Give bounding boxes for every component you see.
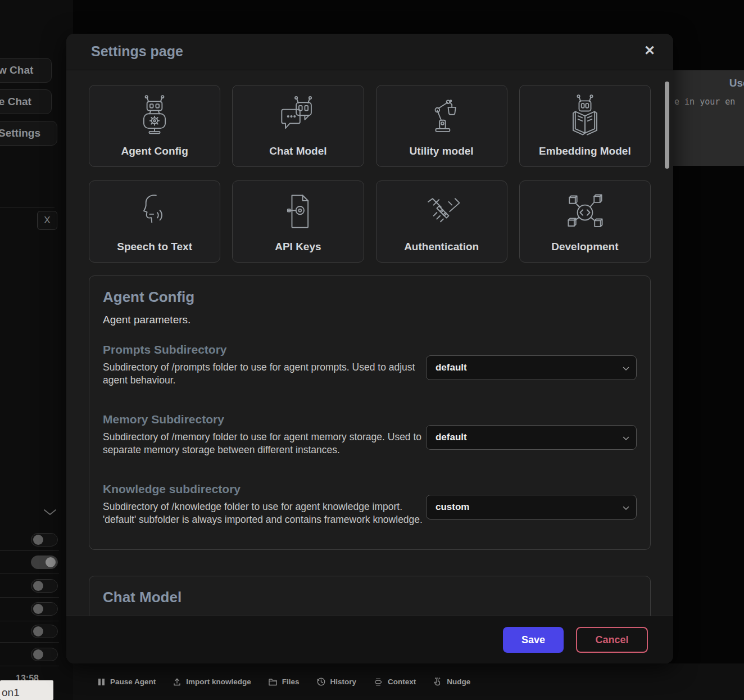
settings-cards-grid: Agent Config Chat Model <box>89 85 651 263</box>
toggle-knob <box>33 604 43 614</box>
robot-arm-icon <box>418 93 466 142</box>
card-label: Authentication <box>404 241 479 253</box>
card-label: API Keys <box>275 241 321 253</box>
robot-gear-icon <box>130 93 179 142</box>
card-label: Utility model <box>410 145 474 157</box>
sidebar-toggle-3[interactable] <box>31 579 58 593</box>
speaking-face-icon <box>130 189 179 237</box>
import-knowledge-button[interactable]: Import knowledge <box>173 678 251 687</box>
status-badge-text: on1 <box>2 687 20 699</box>
bottom-toolbar: Pause Agent Import knowledge Files Histo… <box>73 663 744 700</box>
modal-body: Agent Config Chat Model <box>66 71 673 616</box>
modal-scrollbar-thumb[interactable] <box>665 82 669 169</box>
sidebar-toggle-1[interactable] <box>31 533 58 547</box>
field-memory-subdirectory: Memory Subdirectory Subdirectory of /mem… <box>103 413 637 457</box>
field-knowledge-subdirectory: Knowledge subdirectory Subdirectory of /… <box>103 482 637 526</box>
chevron-down-icon <box>623 506 629 511</box>
sidebar-toggle-6[interactable] <box>31 648 58 661</box>
settings-modal: Settings page ✕ <box>66 34 673 663</box>
chevron-down-icon <box>623 436 629 441</box>
toolbar-label: Nudge <box>447 678 470 686</box>
field-description: Subdirectory of /prompts folder to use f… <box>103 361 426 387</box>
app-root: New Chat Save Chat Settings X <box>0 0 744 700</box>
history-button[interactable]: History <box>316 677 357 687</box>
user-message-text: e in your en <box>674 97 735 107</box>
pause-agent-button[interactable]: Pause Agent <box>97 678 156 687</box>
sidebar-toggle-5[interactable] <box>31 625 58 638</box>
history-clock-icon <box>316 677 326 687</box>
card-embedding-model[interactable]: Embedding Model <box>519 85 651 167</box>
new-chat-label: New Chat <box>0 64 33 76</box>
context-button[interactable]: Context <box>373 678 416 687</box>
folder-icon <box>268 678 278 687</box>
toolbar-label: History <box>330 678 357 686</box>
field-title: Knowledge subdirectory <box>103 482 426 496</box>
prompts-subdirectory-select[interactable]: default <box>426 355 637 380</box>
card-label: Embedding Model <box>539 145 631 157</box>
toggle-knob <box>33 535 43 545</box>
handshake-icon <box>418 189 466 237</box>
status-badge: on1 <box>0 680 53 700</box>
card-development[interactable]: Development <box>519 180 651 263</box>
chat-robot-icon <box>274 93 322 142</box>
sidebar-divider <box>0 207 55 207</box>
field-prompts-subdirectory: Prompts Subdirectory Subdirectory of /pr… <box>103 343 637 387</box>
new-chat-button[interactable]: New Chat <box>0 58 52 83</box>
modal-header: Settings page ✕ <box>66 34 673 70</box>
pointing-hand-icon <box>433 677 442 687</box>
memory-subdirectory-select[interactable]: default <box>426 425 637 450</box>
field-title: Memory Subdirectory <box>103 413 426 426</box>
sidebar-toggle-2[interactable] <box>31 556 58 569</box>
pause-icon <box>97 678 106 687</box>
sidebar-close-label: X <box>44 215 50 226</box>
chevron-down-icon[interactable] <box>43 508 57 517</box>
robot-book-icon <box>561 93 609 142</box>
card-chat-model[interactable]: Chat Model <box>232 85 364 167</box>
card-label: Speech to Text <box>117 241 192 253</box>
context-stack-icon <box>373 678 383 687</box>
knowledge-subdirectory-select[interactable]: custom <box>426 495 637 520</box>
sidebar: New Chat Save Chat Settings X <box>0 0 73 700</box>
toggle-knob <box>33 581 43 591</box>
toggle-divider <box>0 666 59 666</box>
card-authentication[interactable]: Authentication <box>376 180 507 263</box>
settings-button[interactable]: Settings <box>0 121 57 146</box>
toolbar-label: Import knowledge <box>186 678 251 686</box>
toolbar-label: Files <box>282 678 300 686</box>
card-label: Agent Config <box>121 145 188 157</box>
toggle-divider <box>0 550 59 551</box>
field-title: Prompts Subdirectory <box>103 343 426 356</box>
toolbar-label: Pause Agent <box>110 678 156 686</box>
sidebar-toggle-4[interactable] <box>31 602 58 616</box>
toggle-divider <box>0 621 59 621</box>
user-message-bubble: User e in your en <box>672 70 744 166</box>
section-subtitle: Agent parameters. <box>103 314 637 326</box>
nudge-button[interactable]: Nudge <box>433 677 470 687</box>
toggle-knob <box>33 649 43 660</box>
toggle-divider <box>0 573 59 573</box>
document-key-icon <box>274 189 322 237</box>
code-network-icon <box>561 189 609 237</box>
card-utility-model[interactable]: Utility model <box>376 85 507 167</box>
select-value: custom <box>435 502 469 513</box>
save-button[interactable]: Save <box>503 627 564 653</box>
section-title: Chat Model <box>103 589 637 606</box>
select-value: default <box>435 432 467 443</box>
close-icon[interactable]: ✕ <box>644 43 655 58</box>
files-button[interactable]: Files <box>268 678 300 687</box>
chevron-down-icon <box>623 367 629 371</box>
save-chat-button[interactable]: Save Chat <box>0 89 52 114</box>
toggle-knob <box>46 557 56 567</box>
card-agent-config[interactable]: Agent Config <box>89 85 220 167</box>
sidebar-close-button[interactable]: X <box>37 211 57 230</box>
section-title: Agent Config <box>103 288 637 306</box>
card-speech-to-text[interactable]: Speech to Text <box>89 180 220 263</box>
settings-label: Settings <box>0 127 40 139</box>
card-label: Chat Model <box>269 145 326 157</box>
select-value: default <box>435 362 467 373</box>
toggle-divider <box>0 597 59 598</box>
user-message-title: User <box>729 77 744 89</box>
save-chat-label: Save Chat <box>0 96 31 108</box>
cancel-button[interactable]: Cancel <box>576 627 648 653</box>
card-api-keys[interactable]: API Keys <box>232 180 364 263</box>
